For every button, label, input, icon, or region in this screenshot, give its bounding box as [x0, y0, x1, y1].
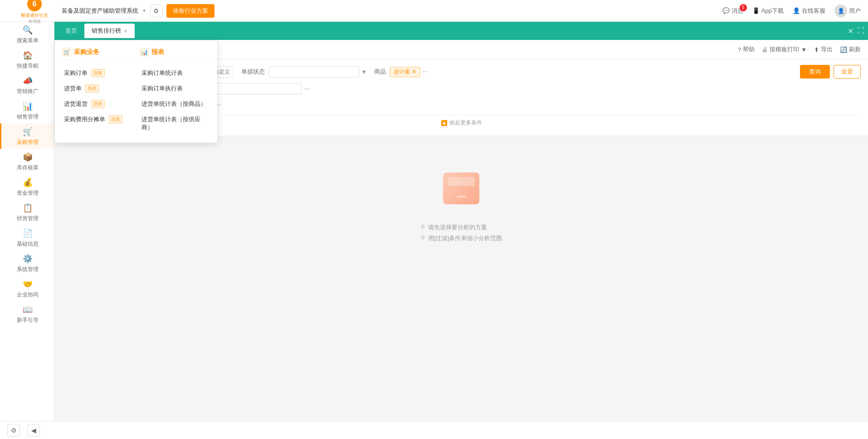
- sidebar-item-collab[interactable]: 🤝 企业协同: [0, 276, 54, 301]
- window-controls: ✕ ⛶: [848, 27, 864, 35]
- tab-home[interactable]: 首页: [58, 24, 84, 38]
- window-close-icon[interactable]: ✕: [848, 27, 853, 35]
- goods-stats-supplier-item[interactable]: 进货单统计表（按供应商）: [140, 112, 210, 135]
- sidebar-label-basic: 基础信息: [17, 240, 39, 248]
- bottom-settings-button[interactable]: ⚙: [7, 424, 20, 437]
- sidebar-label-operations: 经营管理: [17, 215, 39, 222]
- help-label: 帮助: [743, 45, 755, 54]
- export-button[interactable]: ⬆ 导出: [814, 45, 833, 54]
- tab-close-icon[interactable]: ✕: [124, 29, 127, 34]
- sidebar-item-search[interactable]: 🔍 搜索菜单: [0, 22, 54, 47]
- app-download-label: App下载: [761, 7, 784, 15]
- purchase-expense-label: 采购费用分摊单: [64, 115, 105, 123]
- sidebar-item-basic[interactable]: 📄 基础信息: [0, 225, 54, 251]
- purchase-return-item[interactable]: 进货退货 历史: [62, 96, 132, 112]
- system-title-area: 装备及固定资产辅助管理系统 ▼ ⚙ 体验行业方案: [62, 4, 722, 18]
- collab-icon: 🤝: [23, 279, 33, 289]
- sidebar-item-operations[interactable]: 📋 经营管理: [0, 200, 54, 225]
- purchase-order-item[interactable]: 采购订单 历史: [62, 65, 132, 81]
- purchase-expense-history: 历史: [109, 115, 122, 123]
- empty-hint-2: ② 用[过滤]条件来缩小分析范围: [420, 234, 502, 242]
- tab-home-label: 首页: [65, 27, 77, 35]
- tab-sales-rank[interactable]: 销售排行榜 ✕: [84, 24, 135, 38]
- sidebar-item-inventory[interactable]: 📦 库存核算: [0, 149, 54, 174]
- top-actions: 💬 消息 5 📱 App下载 👤 在线客服 👤 用户: [722, 5, 861, 17]
- sidebar-label-system: 系统管理: [17, 266, 39, 273]
- purchase-order-stats-item[interactable]: 采购订单统计表: [140, 65, 210, 81]
- gear-button[interactable]: ⚙: [150, 5, 163, 17]
- help-icon: ?: [738, 46, 741, 53]
- purchase-expense-item[interactable]: 采购费用分摊单 历史: [62, 112, 132, 127]
- goods-tag: 设计素 ✕: [390, 67, 420, 77]
- inventory-icon: 📦: [23, 152, 33, 162]
- purchase-return-label: 进货退货: [64, 100, 88, 108]
- home-icon: 🏠: [23, 50, 33, 60]
- bottom-collapse-button[interactable]: ◀: [27, 424, 40, 437]
- goods-receipt-item[interactable]: 进货单 历史: [62, 81, 132, 96]
- collapse-label: 收起更多条件: [449, 119, 482, 127]
- finance-icon: 💰: [23, 178, 33, 187]
- purchase-section-header: 🛒 采购业务: [62, 48, 132, 60]
- sidebar-label-nav: 快捷导航: [17, 62, 39, 70]
- sidebar-item-marketing[interactable]: 📣 营销推广: [0, 73, 54, 98]
- user-button[interactable]: 👤 用户: [834, 5, 861, 17]
- industry-button[interactable]: 体验行业方案: [166, 4, 215, 18]
- sidebar-item-finance[interactable]: 💰 资金管理: [0, 174, 54, 200]
- settings-button[interactable]: 设置: [834, 65, 861, 79]
- salesperson-dots[interactable]: ···: [304, 85, 310, 93]
- brand-edition: 标准版: [29, 19, 41, 25]
- report-section-title: 报表: [151, 48, 164, 56]
- goods-dots[interactable]: ···: [422, 68, 428, 76]
- goods-stats-product-item[interactable]: 进货单统计表（按商品）: [140, 96, 210, 112]
- operations-icon: 📋: [23, 203, 33, 213]
- goods-receipt-history: 历史: [85, 84, 99, 93]
- sidebar-item-purchase[interactable]: 🛒 采购管理: [0, 123, 54, 149]
- user-avatar: 👤: [834, 5, 847, 17]
- sidebar-item-guide[interactable]: 📖 新手引导: [0, 301, 54, 327]
- window-maximize-icon[interactable]: ⛶: [857, 27, 864, 35]
- refresh-icon: 🔄: [840, 46, 847, 53]
- sidebar-label-search: 搜索菜单: [17, 37, 39, 44]
- sidebar-item-system[interactable]: ⚙️ 系统管理: [0, 251, 54, 276]
- voucher-status-filter: 单据状态 ▼: [241, 66, 367, 78]
- goods-tag-text: 设计素: [394, 68, 410, 76]
- sidebar-label-marketing: 营销推广: [17, 88, 39, 95]
- sidebar-item-sales[interactable]: 📊 销售管理: [0, 98, 54, 123]
- system-title: 装备及固定资产辅助管理系统: [62, 7, 138, 15]
- print-button[interactable]: 🖨 按模板打印 ▼: [762, 45, 807, 54]
- app-download-button[interactable]: 📱 App下载: [752, 7, 784, 15]
- purchase-section-title: 采购业务: [74, 48, 99, 56]
- logo-area: 6 畅捷通好生意 标准版: [7, 0, 62, 25]
- sidebar-label-purchase: 采购管理: [17, 138, 39, 146]
- marketing-icon: 📣: [23, 76, 33, 86]
- top-bar: 6 畅捷通好生意 标准版 装备及固定资产辅助管理系统 ▼ ⚙ 体验行业方案 💬 …: [0, 0, 868, 22]
- print-icon: 🖨: [762, 46, 768, 53]
- purchase-icon: 🛒: [23, 127, 33, 137]
- purchase-section: 🛒 采购业务 采购订单 历史 进货单 历史 进货退货 历史 采购费用分摊单 历史: [62, 48, 132, 135]
- system-dropdown-arrow[interactable]: ▼: [142, 8, 146, 13]
- purchase-order-exec-item[interactable]: 采购订单执行表: [140, 81, 210, 96]
- messages-button[interactable]: 💬 消息 5: [722, 7, 743, 15]
- guide-icon: 📖: [23, 305, 33, 315]
- salesperson-input[interactable]: [211, 83, 302, 94]
- online-service-label: 在线客服: [802, 7, 825, 15]
- purchase-order-history: 历史: [91, 69, 105, 77]
- online-service-button[interactable]: 👤 在线客服: [793, 7, 825, 15]
- purchase-return-history: 历史: [91, 100, 105, 108]
- sidebar-item-nav[interactable]: 🏠 快捷导航: [0, 47, 54, 73]
- bottom-settings-icon: ⚙: [11, 427, 17, 434]
- refresh-button[interactable]: 🔄 刷新: [840, 45, 861, 54]
- purchase-dropdown-menu: 🛒 采购业务 采购订单 历史 进货单 历史 进货退货 历史 采购费用分摊单 历史: [54, 40, 218, 143]
- purchase-order-exec-label: 采购订单执行表: [141, 84, 183, 93]
- voucher-status-label: 单据状态: [241, 68, 265, 76]
- goods-stats-product-label: 进货单统计表（按商品）: [141, 100, 206, 108]
- refresh-label: 刷新: [849, 45, 861, 54]
- query-button[interactable]: 查询: [800, 65, 830, 79]
- empty-hint-1: ① 请先选择要分析的方案: [420, 223, 487, 232]
- voucher-status-input[interactable]: [268, 66, 359, 78]
- help-button[interactable]: ? 帮助: [738, 45, 755, 54]
- sidebar-label-finance: 资金管理: [17, 189, 39, 197]
- export-label: 导出: [821, 45, 833, 54]
- goods-tag-close[interactable]: ✕: [412, 69, 416, 75]
- report-section: 📊 报表 采购订单统计表 采购订单执行表 进货单统计表（按商品） 进货单统计表（…: [140, 48, 210, 135]
